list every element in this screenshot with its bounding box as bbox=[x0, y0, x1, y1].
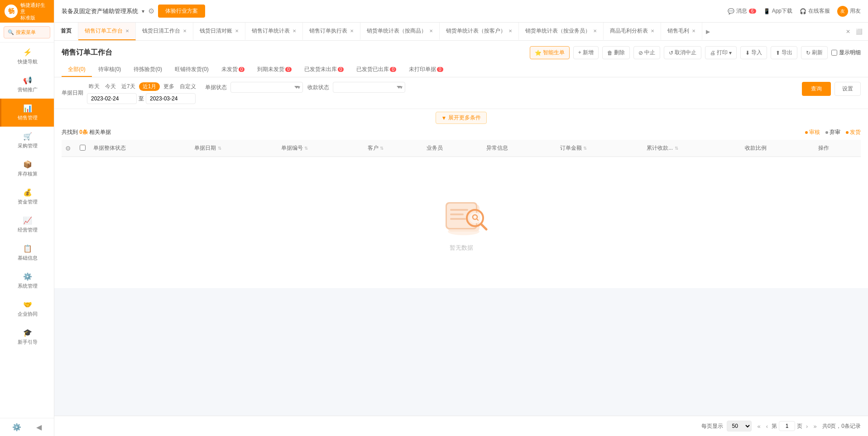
tab-sales-profit[interactable]: 销售毛利 ✕ bbox=[661, 23, 702, 40]
last-page-button[interactable]: » bbox=[811, 422, 818, 431]
tab-cash-reconcile[interactable]: 钱货日清对账 ✕ bbox=[193, 23, 245, 40]
svg-point-8 bbox=[470, 213, 480, 223]
prev-page-button[interactable]: ‹ bbox=[764, 422, 770, 431]
page-input[interactable] bbox=[779, 421, 795, 431]
expand-button[interactable]: ▼ 展开更多条件 bbox=[436, 112, 487, 124]
system-dropdown[interactable]: ▾ bbox=[142, 8, 144, 14]
sidebar-item-marketing[interactable]: 📢 营销推广 bbox=[0, 71, 54, 99]
tab-sales-by-product[interactable]: 销货单统计表（按商品） ✕ bbox=[360, 23, 440, 40]
solution-button[interactable]: 体验行业方案 bbox=[158, 5, 205, 18]
filter-tab-pending-review[interactable]: 待审核(0) bbox=[92, 63, 128, 77]
number-sort-icon[interactable]: ⇅ bbox=[304, 146, 308, 151]
payment-select[interactable] bbox=[333, 82, 405, 93]
search-menu-button[interactable]: 🔍 搜索菜单 bbox=[4, 26, 50, 38]
date-from-input[interactable] bbox=[87, 93, 137, 104]
status-select[interactable] bbox=[230, 82, 303, 93]
tab-maximize-button[interactable]: ⬜ bbox=[854, 28, 864, 36]
add-button[interactable]: + 新增 bbox=[573, 46, 599, 59]
ship-action[interactable]: 发货 bbox=[846, 128, 861, 136]
filter-tab-shipped-not-out[interactable]: 已发货未出库0 bbox=[298, 63, 350, 77]
tab-close-sales-profit[interactable]: ✕ bbox=[692, 28, 695, 33]
tab-sales-exec[interactable]: 销售订单执行表 ✕ bbox=[303, 23, 360, 40]
ship-dot bbox=[846, 131, 849, 134]
smart-create-button[interactable]: ⭐ 智能生单 bbox=[530, 46, 570, 59]
filter-tab-shipped-out[interactable]: 已发货已出库0 bbox=[350, 63, 403, 77]
delete-button[interactable]: 🗑 删除 bbox=[602, 46, 630, 59]
import-button[interactable]: ⬇ 导入 bbox=[740, 46, 767, 59]
print-button[interactable]: 🖨 打印 ▾ bbox=[705, 46, 737, 59]
filter-tab-overdue[interactable]: 到期未发货0 bbox=[251, 63, 298, 77]
tab-close-sales-stats[interactable]: ✕ bbox=[293, 28, 296, 33]
tab-cash-daily[interactable]: 钱货日清工作台 ✕ bbox=[136, 23, 193, 40]
collapse-sidebar-icon[interactable]: ◀ bbox=[36, 423, 42, 431]
query-button[interactable]: 查询 bbox=[802, 82, 831, 96]
tab-sales-by-customer[interactable]: 销货单统计表（按客户） ✕ bbox=[440, 23, 519, 40]
export-button[interactable]: ⬆ 导出 bbox=[771, 46, 797, 59]
filter-tab-not-printed[interactable]: 未打印单据0 bbox=[403, 63, 450, 77]
customer-sort-icon[interactable]: ⇅ bbox=[380, 146, 384, 151]
tab-sales-stats[interactable]: 销售订单统计表 ✕ bbox=[245, 23, 303, 40]
cancel-review-action[interactable]: 弃审 bbox=[825, 128, 840, 136]
sidebar-item-inventory[interactable]: 📦 库存核算 bbox=[0, 155, 54, 183]
tab-product-margin[interactable]: 商品毛利分析表 ✕ bbox=[604, 23, 661, 40]
last7-shortcut[interactable]: 近7天 bbox=[120, 82, 137, 91]
sidebar-item-finance[interactable]: 💰 资金管理 bbox=[0, 183, 54, 211]
tab-sales-by-staff[interactable]: 销货单统计表（按业务员） ✕ bbox=[519, 23, 604, 40]
tab-close-cash-daily[interactable]: ✕ bbox=[183, 28, 187, 33]
sidebar-item-purchase[interactable]: 🛒 采购管理 bbox=[0, 127, 54, 155]
filter-tab-all[interactable]: 全部(0) bbox=[62, 63, 92, 77]
sidebar-item-quick[interactable]: ⚡ 快捷导航 bbox=[0, 43, 54, 71]
set-button[interactable]: 设置 bbox=[834, 82, 861, 96]
next-page-button[interactable]: › bbox=[804, 422, 810, 431]
purchase-icon: 🛒 bbox=[23, 132, 32, 141]
sidebar-item-system[interactable]: ⚙️ 系统管理 bbox=[0, 267, 54, 295]
tab-close-sales-workbench[interactable]: ✕ bbox=[125, 28, 129, 33]
filter-tab-pending-inspect[interactable]: 待拣验货(0) bbox=[127, 63, 168, 77]
online-service-button[interactable]: 🎧 在线客服 bbox=[800, 7, 830, 15]
tabs-more-button[interactable]: ▶ bbox=[702, 28, 714, 35]
first-page-button[interactable]: « bbox=[755, 422, 762, 431]
sidebar-item-guide[interactable]: 🎓 新手引导 bbox=[0, 323, 54, 351]
date-sort-icon[interactable]: ⇅ bbox=[218, 146, 221, 151]
yesterday-shortcut[interactable]: 昨天 bbox=[87, 82, 101, 91]
topbar-gear-icon[interactable]: ⚙ bbox=[148, 7, 154, 15]
tab-close-sales-by-product[interactable]: ✕ bbox=[429, 28, 433, 33]
tab-sales-workbench[interactable]: 销售订单工作台 ✕ bbox=[78, 23, 136, 40]
sidebar-item-sales[interactable]: 📊 销售管理 bbox=[0, 99, 54, 127]
tab-close-sales-by-staff[interactable]: ✕ bbox=[593, 28, 597, 33]
date-to-input[interactable] bbox=[146, 93, 196, 104]
tab-home[interactable]: 首页 bbox=[54, 23, 78, 40]
sidebar-item-basic[interactable]: 📋 基础信息 bbox=[0, 239, 54, 267]
table-settings-icon[interactable]: ⚙ bbox=[65, 145, 71, 152]
tab-close-sales-by-customer[interactable]: ✕ bbox=[508, 28, 512, 33]
table-wrap: ⚙ 单据整体状态 单据日期 ⇅ bbox=[54, 140, 868, 157]
custom-shortcut[interactable]: 自定义 bbox=[178, 82, 198, 91]
today-shortcut[interactable]: 今天 bbox=[103, 82, 118, 91]
page: 销售订单工作台 ⭐ 智能生单 + 新增 🗑 删除 ⊘ 中止 bbox=[54, 41, 868, 416]
user-menu-button[interactable]: 友 用友 bbox=[837, 6, 861, 17]
amount-sort-icon[interactable]: ⇅ bbox=[583, 146, 587, 151]
review-action[interactable]: 审核 bbox=[805, 128, 820, 136]
sidebar-item-coop[interactable]: 🤝 企业协同 bbox=[0, 295, 54, 323]
show-detail-checkbox[interactable] bbox=[831, 50, 837, 56]
tab-close-cash-reconcile[interactable]: ✕ bbox=[235, 28, 239, 33]
collected-sort-icon[interactable]: ⇅ bbox=[675, 146, 678, 151]
cancel-stop-button[interactable]: ↺ 取消中止 bbox=[664, 46, 701, 59]
filter-tab-not-shipped[interactable]: 未发货0 bbox=[215, 63, 251, 77]
last-month-shortcut[interactable]: 近1月 bbox=[139, 82, 160, 91]
more-shortcut[interactable]: 更多 bbox=[162, 82, 176, 91]
select-all-checkbox[interactable] bbox=[80, 145, 86, 151]
refresh-button[interactable]: ↻ 刷新 bbox=[801, 46, 828, 59]
th-date: 单据日期 ⇅ bbox=[191, 140, 277, 157]
show-detail-toggle[interactable]: 显示明细 bbox=[831, 49, 861, 57]
filter-tab-wangpu[interactable]: 旺铺待发货(0) bbox=[168, 63, 215, 77]
settings-bottom-icon[interactable]: ⚙️ bbox=[12, 423, 21, 431]
stop-button[interactable]: ⊘ 中止 bbox=[633, 46, 660, 59]
sidebar-item-operation[interactable]: 📈 经营管理 bbox=[0, 211, 54, 239]
tab-close-all-button[interactable]: ✕ bbox=[844, 28, 852, 36]
app-download-button[interactable]: 📱 App下载 bbox=[763, 7, 792, 15]
per-page-select[interactable]: 50 10 20 100 bbox=[727, 421, 752, 431]
tab-close-product-margin[interactable]: ✕ bbox=[651, 28, 654, 33]
messages-button[interactable]: 💬 消息 6 bbox=[728, 7, 756, 15]
tab-close-sales-exec[interactable]: ✕ bbox=[350, 28, 354, 33]
